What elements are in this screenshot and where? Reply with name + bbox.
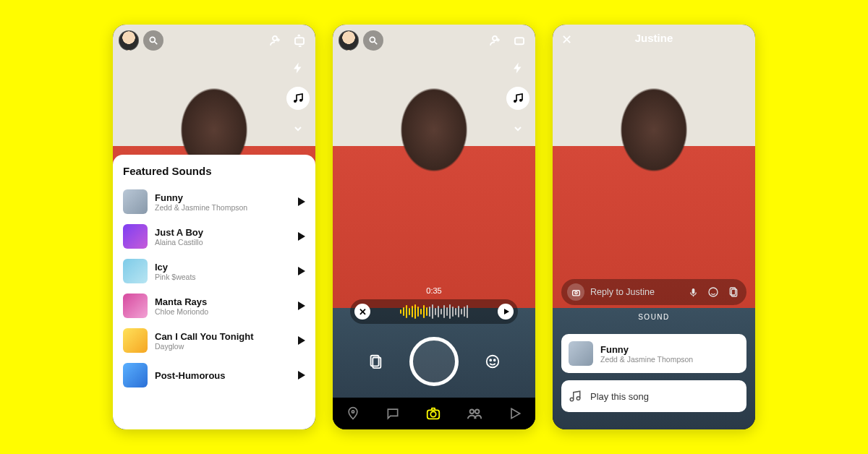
play-icon[interactable] (298, 336, 305, 345)
sound-row[interactable]: Post-Humorous (123, 358, 305, 393)
sound-row[interactable]: Manta Rays Chloe Moriondo (123, 288, 305, 323)
sound-thumbnail (123, 328, 148, 353)
sheet-heading: Featured Sounds (123, 165, 305, 177)
sender-name: Justine (553, 32, 755, 44)
flash-button[interactable] (506, 56, 529, 80)
screen-camera-recording: 0:35 ✕ (333, 25, 535, 429)
svg-rect-25 (692, 288, 694, 294)
cards-icon (367, 354, 383, 369)
flip-camera-button[interactable] (509, 30, 529, 51)
search-icon (148, 35, 158, 46)
svg-point-14 (487, 356, 499, 368)
nav-friends[interactable] (467, 406, 482, 421)
flip-camera-icon (513, 34, 526, 47)
music-icon (512, 93, 524, 104)
reply-bar: Reply to Justine (561, 279, 746, 305)
svg-point-16 (494, 359, 495, 361)
flash-icon (511, 61, 524, 74)
cards-icon (728, 286, 739, 298)
mic-icon (688, 287, 699, 298)
chevron-down-icon (292, 123, 304, 134)
sound-title: Funny (155, 192, 291, 203)
camera-side-tools (286, 56, 310, 140)
nav-map[interactable] (346, 406, 360, 421)
attached-sound-card[interactable]: Funny Zedd & Jasmine Thompson (561, 334, 746, 373)
camera-side-tools (506, 56, 529, 140)
gallery-button[interactable] (726, 286, 741, 298)
top-bar (119, 30, 310, 51)
sound-artist: Zedd & Jasmine Thompson (600, 355, 739, 364)
sound-artist: Pink $weats (155, 273, 291, 281)
sound-row[interactable]: Can I Call You Tonight Dayglow (123, 323, 305, 358)
preview-sound-button[interactable] (498, 304, 514, 320)
play-icon[interactable] (298, 371, 305, 380)
top-bar (339, 30, 529, 51)
flash-button[interactable] (286, 56, 310, 80)
shutter-button[interactable] (409, 337, 459, 386)
sounds-button[interactable] (286, 87, 310, 110)
sound-section-label: SOUND (553, 313, 755, 321)
svg-rect-11 (515, 38, 524, 44)
svg-point-29 (570, 398, 574, 401)
nav-camera[interactable] (425, 406, 441, 421)
sound-row[interactable]: Funny Zedd & Jasmine Thompson (123, 184, 305, 219)
more-tools-button[interactable] (286, 117, 310, 140)
sound-artist: Zedd & Jasmine Thompson (155, 203, 291, 212)
music-icon (292, 93, 304, 104)
pin-icon (346, 406, 360, 421)
add-friend-icon (268, 34, 281, 47)
add-friend-button[interactable] (265, 30, 285, 51)
play-icon[interactable] (298, 301, 305, 310)
sound-row[interactable]: Icy Pink $weats (123, 254, 305, 288)
sound-thumbnail (123, 189, 148, 214)
svg-point-6 (370, 37, 375, 42)
sound-thumbnail (123, 224, 148, 249)
flash-icon (292, 61, 305, 74)
sound-timecode: 0:35 (333, 286, 535, 295)
play-song-label: Play this song (590, 391, 649, 402)
profile-avatar[interactable] (119, 30, 139, 51)
play-icon (504, 309, 509, 314)
sound-scrubber[interactable]: ✕ (350, 299, 518, 324)
voice-note-button[interactable] (686, 287, 700, 298)
sound-row[interactable]: Just A Boy Alaina Castillo (123, 219, 305, 254)
nav-discover[interactable] (508, 406, 522, 421)
add-friend-button[interactable] (485, 30, 505, 51)
flip-camera-button[interactable] (289, 30, 310, 51)
reply-camera-button[interactable] (567, 283, 584, 301)
lenses-button[interactable] (485, 354, 501, 369)
profile-avatar[interactable] (339, 30, 359, 51)
nav-chat[interactable] (386, 406, 400, 421)
play-outline-icon (508, 406, 522, 421)
sound-title: Funny (600, 344, 739, 355)
flip-camera-icon (293, 34, 306, 47)
screen-snap-viewer: ✕ Justine Reply to Justine SOUND Funny Z… (553, 25, 755, 429)
play-icon[interactable] (298, 232, 305, 241)
search-button[interactable] (363, 30, 383, 51)
more-tools-button[interactable] (506, 117, 529, 140)
reply-input[interactable]: Reply to Justine (590, 287, 680, 297)
chevron-down-icon (512, 123, 524, 134)
play-song-card[interactable]: Play this song (561, 380, 746, 412)
svg-point-26 (709, 288, 718, 296)
sound-artist: Dayglow (155, 342, 291, 351)
memories-button[interactable] (367, 354, 383, 369)
sound-title: Can I Call You Tonight (155, 331, 291, 342)
svg-point-17 (352, 411, 354, 413)
camera-icon (425, 406, 441, 421)
svg-point-19 (430, 411, 435, 416)
play-icon[interactable] (298, 267, 305, 275)
bottom-nav (333, 398, 535, 429)
svg-point-8 (493, 36, 497, 40)
friends-icon (467, 406, 482, 421)
sound-artist: Alaina Castillo (155, 238, 291, 247)
remove-sound-button[interactable]: ✕ (354, 304, 370, 320)
sound-thumbnail (569, 341, 593, 366)
search-button[interactable] (143, 30, 163, 51)
svg-point-30 (576, 397, 580, 401)
sticker-button[interactable] (706, 286, 720, 298)
play-icon[interactable] (298, 197, 305, 206)
svg-line-1 (155, 42, 158, 45)
sounds-button[interactable] (506, 87, 529, 110)
music-icon (569, 390, 582, 403)
